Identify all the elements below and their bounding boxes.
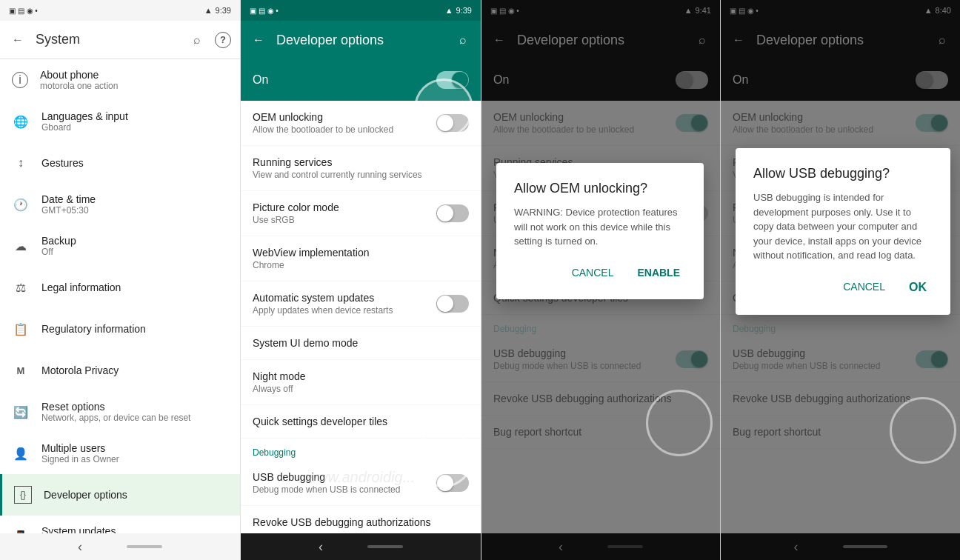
sidebar-item-users[interactable]: 👤 Multiple users Signed in as Owner (0, 433, 240, 474)
backup-icon: ☁ (12, 237, 30, 255)
nav-pill-left (127, 545, 162, 548)
languages-subtitle: Gboard (41, 122, 228, 133)
time-left: 9:39 (216, 6, 231, 15)
sidebar-item-regulatory[interactable]: 📋 Regulatory information (0, 308, 240, 350)
status-right-left: ▲ 9:39 (204, 6, 231, 15)
reset-subtitle: Network, apps, or device can be reset (41, 413, 228, 423)
debugging-header: Debugging (241, 439, 481, 461)
back-button-left[interactable]: ← (9, 31, 27, 49)
gestures-icon: ↕ (12, 154, 30, 172)
nav-bar-left: ‹ (0, 533, 240, 560)
nav-bar-middle: ‹ (241, 533, 481, 560)
sidebar-item-about[interactable]: i About phone motorola one action (0, 59, 240, 101)
wifi-icon-mid: ▲ (445, 6, 453, 15)
webview-title: WebView implementation (253, 247, 469, 259)
sidebar-item-system-updates[interactable]: 📱 System updates Updated to Android 9 (0, 516, 240, 533)
revoke-usb-title: Revoke USB debugging authorizations (253, 516, 469, 528)
oem-dialog: Allow OEM unlocking? WARNING: Device pro… (496, 163, 704, 299)
sidebar-item-developer[interactable]: {} Developer options (0, 474, 240, 516)
updates-title: System updates (41, 525, 228, 533)
picture-color-item[interactable]: Picture color mode Use sRGB (241, 191, 481, 236)
system-ui-item[interactable]: System UI demo mode (241, 327, 481, 360)
usb-toggle[interactable] (436, 474, 469, 492)
sidebar-item-languages[interactable]: 🌐 Languages & input Gboard (0, 101, 240, 142)
right-wrapper: ▣ ▤ ◉ • ▲ 9:41 ← Developer options ⌕ On (481, 0, 960, 560)
oem-toggle[interactable] (436, 114, 469, 132)
developer-icon: {} (14, 486, 32, 504)
oem-cancel-btn[interactable]: Cancel (566, 264, 620, 281)
about-icon: i (12, 72, 28, 88)
toggle-knob (452, 72, 468, 88)
night-mode-subtitle: Always off (253, 384, 469, 394)
sidebar-item-motorola-privacy[interactable]: M Motorola Privacy (0, 350, 240, 391)
picture-title: Picture color mode (253, 201, 339, 213)
oem-unlocking-item[interactable]: OEM unlocking Allow the bootloader to be… (241, 101, 481, 146)
notification-icons: ▣ ▤ ◉ • (9, 7, 38, 15)
usb-debugging-item[interactable]: USB debugging Debug mode when USB is con… (241, 461, 481, 506)
auto-updates-item[interactable]: Automatic system updates Apply updates w… (241, 281, 481, 327)
developer-options-panel: ▣ ▤ ◉ • ▲ 9:39 ← Developer options ⌕ On … (241, 0, 481, 560)
app-bar-middle: ← Developer options ⌕ (241, 21, 481, 59)
running-title: Running services (253, 156, 469, 168)
picture-subtitle: Use sRGB (253, 215, 339, 225)
usb-dialog-body: USB debugging is intended for developmen… (753, 190, 933, 263)
oem-enable-btn[interactable]: Enable (631, 264, 686, 281)
running-services-item[interactable]: Running services View and control curren… (241, 146, 481, 191)
sidebar-list: i About phone motorola one action 🌐 Lang… (0, 59, 240, 533)
notification-icons-mid: ▣ ▤ ◉ • (250, 7, 279, 15)
nav-back-middle[interactable]: ‹ (319, 539, 323, 555)
dev-toggle-switch[interactable] (436, 71, 469, 89)
languages-title: Languages & input (41, 110, 228, 122)
usb-ok-btn[interactable]: OK (903, 278, 933, 297)
nav-pill-middle (367, 545, 403, 548)
sidebar-item-gestures[interactable]: ↕ Gestures (0, 142, 240, 184)
search-button-middle[interactable]: ⌕ (454, 31, 472, 49)
back-button-middle[interactable]: ← (250, 31, 267, 49)
status-bar-middle: ▣ ▤ ◉ • ▲ 9:39 (241, 0, 481, 21)
picture-toggle[interactable] (436, 204, 469, 222)
oem-dialog-buttons: Cancel Enable (514, 264, 686, 281)
backup-title: Backup (41, 235, 228, 247)
quick-settings-title: Quick settings developer tiles (253, 416, 469, 427)
languages-icon: 🌐 (12, 113, 30, 130)
backup-subtitle: Off (41, 247, 228, 257)
revoke-usb-item[interactable]: Revoke USB debugging authorizations (241, 506, 481, 533)
auto-updates-subtitle: Apply updates when device restarts (253, 305, 393, 316)
settings-list-middle: OEM unlocking Allow the bootloader to be… (241, 101, 481, 533)
datetime-title: Date & time (41, 193, 228, 205)
reset-title: Reset options (41, 401, 228, 413)
quick-settings-item[interactable]: Quick settings developer tiles (241, 405, 481, 439)
system-panel: ▣ ▤ ◉ • ▲ 9:39 ← System ⌕ ? i About phon… (0, 0, 241, 560)
developer-toggle-bar[interactable]: On (241, 59, 481, 101)
usb-title: USB debugging (253, 471, 400, 483)
time-middle: 9:39 (456, 6, 472, 15)
usb-subtitle: Debug mode when USB is connected (253, 484, 400, 495)
auto-updates-toggle[interactable] (436, 295, 469, 313)
nav-back-left[interactable]: ‹ (78, 539, 82, 555)
night-mode-item[interactable]: Night mode Always off (241, 360, 481, 405)
help-button-left[interactable]: ? (215, 32, 231, 48)
sidebar-item-legal[interactable]: ⚖ Legal information (0, 267, 240, 308)
app-title-middle: Developer options (276, 33, 445, 48)
about-title: About phone (40, 69, 228, 81)
auto-updates-title: Automatic system updates (253, 292, 393, 304)
users-subtitle: Signed in as Owner (41, 454, 228, 464)
about-subtitle: motorola one action (40, 81, 228, 91)
sidebar-item-datetime[interactable]: 🕐 Date & time GMT+05:30 (0, 184, 240, 225)
oem-toggle-knob (437, 115, 453, 131)
users-title: Multiple users (41, 442, 228, 454)
datetime-subtitle: GMT+05:30 (41, 205, 228, 216)
regulatory-title: Regulatory information (41, 323, 228, 335)
toggle-label: On (253, 73, 268, 87)
sidebar-item-reset[interactable]: 🔄 Reset options Network, apps, or device… (0, 391, 240, 433)
legal-title: Legal information (41, 281, 228, 293)
webview-item[interactable]: WebView implementation Chrome (241, 236, 481, 281)
status-bar-left: ▣ ▤ ◉ • ▲ 9:39 (0, 0, 240, 21)
sidebar-item-backup[interactable]: ☁ Backup Off (0, 225, 240, 267)
motorola-title: Motorola Privacy (41, 364, 228, 376)
legal-icon: ⚖ (12, 279, 30, 296)
usb-dialog-buttons: Cancel OK (753, 278, 933, 297)
search-button-left[interactable]: ⌕ (188, 31, 206, 49)
oem-dialog-title: Allow OEM unlocking? (514, 181, 686, 196)
usb-cancel-btn[interactable]: Cancel (837, 278, 891, 297)
